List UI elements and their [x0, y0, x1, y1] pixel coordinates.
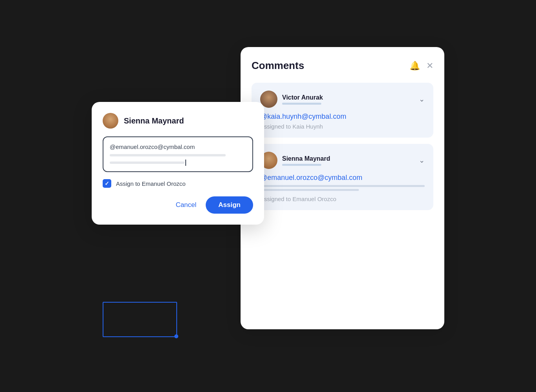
comment-user-info-2: Sienna Maynard [260, 152, 330, 169]
comments-title: Comments [252, 60, 304, 72]
comment-mention-1: @kaia.huynh@cymbal.com [260, 113, 425, 121]
dialog-actions: Cancel Assign [103, 196, 253, 214]
comments-panel: Comments 🔔 ✕ Victor Anurak ⌄ @kaia.huynh… [241, 47, 444, 329]
comment-user-info-1: Victor Anurak [260, 91, 323, 108]
comment-line-1 [260, 185, 425, 187]
user-name-sienna-comments: Sienna Maynard [282, 155, 330, 162]
assign-button[interactable]: Assign [206, 196, 253, 214]
comments-header: Comments 🔔 ✕ [252, 60, 433, 72]
chevron-down-icon-1[interactable]: ⌄ [419, 95, 425, 103]
assign-dialog: Sienna Maynard @emanuel.orozco@cymbal.co… [92, 102, 264, 225]
comment-user-row-1: Victor Anurak ⌄ [260, 91, 425, 108]
chevron-down-icon-2[interactable]: ⌄ [419, 156, 425, 165]
comment-subtext-1: Assigned to Kaia Huynh [260, 123, 425, 130]
input-cursor-line [110, 160, 246, 166]
checkbox-label: Assign to Emanuel Orozco [116, 180, 186, 187]
text-cursor [185, 160, 186, 166]
checkbox-row: ✓ Assign to Emanuel Orozco [103, 179, 253, 188]
user-name-underline-1 [282, 103, 321, 105]
bell-icon[interactable]: 🔔 [409, 61, 420, 71]
selection-handle[interactable] [174, 334, 178, 338]
cancel-button[interactable]: Cancel [174, 198, 198, 212]
dialog-user-name: Sienna Maynard [124, 116, 184, 125]
comments-header-actions: 🔔 ✕ [409, 61, 433, 71]
input-area[interactable]: @emanuel.orozco@cymbal.com [103, 136, 253, 172]
user-name-victor: Victor Anurak [282, 94, 323, 101]
comment-card-1: Victor Anurak ⌄ @kaia.huynh@cymbal.com A… [252, 83, 433, 138]
assign-checkbox[interactable]: ✓ [103, 179, 111, 188]
user-name-underline-2 [282, 164, 321, 166]
check-icon: ✓ [105, 180, 109, 187]
avatar-sienna-dialog [103, 113, 118, 129]
comment-line-2 [260, 189, 359, 191]
input-partial-text [110, 162, 185, 164]
comment-subtext-2: Assigned to Emanuel Orozco [260, 196, 425, 202]
user-name-block-1: Victor Anurak [282, 94, 323, 105]
comment-lines-2 [260, 185, 425, 191]
selection-box [103, 302, 177, 337]
comment-card-2: Sienna Maynard ⌄ @emanuel.orozco@cymbal.… [252, 144, 433, 210]
input-placeholder-line [110, 154, 226, 156]
dialog-user-row: Sienna Maynard [103, 113, 253, 129]
close-icon[interactable]: ✕ [426, 61, 433, 71]
comment-mention-2: @emanuel.orozco@cymbal.com [260, 174, 425, 182]
user-name-block-2: Sienna Maynard [282, 155, 330, 166]
comment-user-row-2: Sienna Maynard ⌄ [260, 152, 425, 169]
input-email-value: @emanuel.orozco@cymbal.com [110, 143, 246, 150]
